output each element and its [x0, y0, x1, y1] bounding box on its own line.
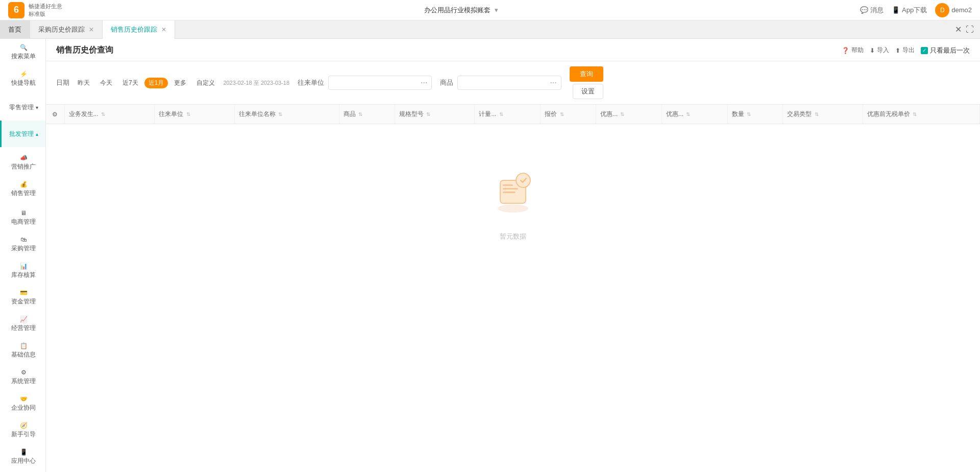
- col-discount2[interactable]: 优惠... ⇅: [662, 105, 727, 124]
- tab-sales[interactable]: 销售历史价跟踪 ✕: [103, 20, 175, 39]
- date-btn-yesterday[interactable]: 昨天: [74, 78, 94, 88]
- help-icon: ❓: [842, 47, 849, 54]
- finance-icon: 💳: [20, 289, 28, 296]
- col-partner-name[interactable]: 往来单位名称 ⇅: [235, 105, 339, 124]
- filter-bar: 日期 昨天 今天 近7天 近1月 更多 自定义 2023-02-18 至 202…: [46, 61, 980, 105]
- tab-purchase[interactable]: 采购历史价跟踪 ✕: [30, 20, 103, 39]
- tab-maximize-btn[interactable]: ⛶: [966, 25, 974, 34]
- only-last-checkbox[interactable]: ✓: [921, 47, 928, 54]
- sort-icon-discount2: ⇅: [686, 111, 690, 117]
- col-biz-date[interactable]: 业务发生... ⇅: [64, 105, 155, 124]
- date-range-text: 2023-02-18 至 2023-03-18: [223, 79, 289, 87]
- sidebar-item-sales-mgmt[interactable]: 💰 销售管理: [0, 176, 45, 202]
- query-button[interactable]: 查询: [570, 66, 603, 82]
- partner-input-wrap: ···: [328, 76, 432, 90]
- svg-point-0: [498, 204, 528, 213]
- tab-close-all-btn[interactable]: ✕: [955, 25, 962, 34]
- product-input[interactable]: [462, 79, 548, 87]
- import-btn[interactable]: ⬇ 导入: [870, 46, 889, 55]
- col-discount1[interactable]: 优惠... ⇅: [596, 105, 662, 124]
- sidebar-item-enterprise[interactable]: 🤝 企业协同: [0, 390, 45, 417]
- settings-button[interactable]: 设置: [573, 84, 603, 99]
- sidebar-item-ecommerce[interactable]: 🖥 电商管理: [0, 204, 45, 231]
- guide-icon: 🧭: [20, 422, 28, 429]
- empty-svg: [487, 165, 538, 216]
- page-header: 销售历史价查询 ❓ 帮助 ⬇ 导入 ⬆ 导出 ✓: [46, 39, 980, 61]
- sidebar: 🔍 搜索菜单 ⚡ 快捷导航 零售管理 ▾ 批发管理 ▴ 📣 营销推广 💰 销售管…: [0, 39, 46, 472]
- data-table: ⚙ 业务发生... ⇅ 往来单位 ⇅ 往来单位名称 ⇅: [46, 105, 980, 124]
- export-btn[interactable]: ⬆ 导出: [895, 46, 915, 55]
- date-btn-7days[interactable]: 近7天: [118, 78, 142, 88]
- sidebar-item-guide[interactable]: 🧭 新手引导: [0, 417, 45, 443]
- date-btn-1month[interactable]: 近1月: [144, 78, 168, 88]
- table-area: ⚙ 业务发生... ⇅ 往来单位 ⇅ 往来单位名称 ⇅: [46, 105, 980, 472]
- help-btn[interactable]: ❓ 帮助: [842, 46, 864, 55]
- col-quantity[interactable]: 数量 ⇅: [727, 105, 783, 124]
- basic-icon: 📋: [20, 342, 28, 349]
- page-actions: ❓ 帮助 ⬇ 导入 ⬆ 导出 ✓ 只看最后一次: [842, 46, 970, 55]
- col-unit[interactable]: 计量... ⇅: [475, 105, 541, 124]
- date-buttons: 昨天 今天 近7天 近1月 更多 自定义: [74, 78, 219, 88]
- main-layout: 🔍 搜索菜单 ⚡ 快捷导航 零售管理 ▾ 批发管理 ▴ 📣 营销推广 💰 销售管…: [0, 39, 980, 472]
- wholesale-arrow-icon: ▴: [36, 131, 38, 137]
- col-spec[interactable]: 规格型号 ⇅: [395, 105, 475, 124]
- svg-rect-2: [503, 184, 513, 186]
- partner-filter-label: 往来单位: [298, 78, 324, 87]
- sidebar-item-inventory[interactable]: 📊 库存核算: [0, 257, 45, 284]
- sidebar-item-quick-nav[interactable]: ⚡ 快捷导航: [0, 65, 45, 92]
- top-bar: 6 畅捷通好生意 标准版 办公用品行业模拟账套 ▾ 💬 消息 📱 App下载 D…: [0, 0, 980, 20]
- col-quote[interactable]: 报价 ⇅: [541, 105, 596, 124]
- col-trade-type[interactable]: 交易类型 ⇅: [783, 105, 863, 124]
- date-btn-custom[interactable]: 自定义: [192, 78, 219, 88]
- col-pretax[interactable]: 优惠前无税单价 ⇅: [863, 105, 980, 124]
- message-btn[interactable]: 💬 消息: [860, 6, 884, 15]
- app-icon: 📱: [892, 6, 900, 14]
- tab-purchase-close[interactable]: ✕: [89, 26, 94, 33]
- sort-icon-pretax: ⇅: [913, 111, 917, 117]
- quick-nav-icon: ⚡: [20, 70, 28, 78]
- tab-sales-close[interactable]: ✕: [161, 26, 166, 33]
- import-icon: ⬇: [870, 47, 875, 54]
- sidebar-item-purchase-mgmt[interactable]: 🛍 采购管理: [0, 231, 45, 257]
- page-title: 销售历史价查询: [56, 45, 113, 56]
- user-avatar-area[interactable]: D demo2: [935, 3, 972, 17]
- gear-icon: ⚙: [52, 111, 58, 118]
- product-input-wrap: ···: [457, 76, 561, 90]
- date-btn-today[interactable]: 今天: [96, 78, 116, 88]
- search-icon: 🔍: [20, 44, 28, 51]
- sidebar-item-basic[interactable]: 📋 基础信息: [0, 337, 45, 364]
- sort-icon-partner-code: ⇅: [186, 111, 190, 117]
- date-filter-group: 日期 昨天 今天 近7天 近1月 更多 自定义 2023-02-18 至 202…: [56, 78, 289, 88]
- purchase-mgmt-icon: 🛍: [20, 236, 27, 243]
- sidebar-item-system[interactable]: ⚙ 系统管理: [0, 364, 45, 390]
- sidebar-item-wholesale[interactable]: 批发管理 ▴: [0, 121, 45, 147]
- product-filter-label: 商品: [440, 78, 453, 87]
- sort-icon-quote: ⇅: [560, 111, 564, 117]
- partner-dots[interactable]: ···: [421, 78, 427, 87]
- top-bar-right: 💬 消息 📱 App下载 D demo2: [860, 3, 972, 17]
- app-download-btn[interactable]: 📱 App下载: [892, 6, 927, 15]
- date-btn-more[interactable]: 更多: [170, 78, 190, 88]
- sort-icon-biz-date: ⇅: [101, 111, 105, 117]
- col-partner-code[interactable]: 往来单位 ⇅: [155, 105, 235, 124]
- product-dots[interactable]: ···: [550, 78, 556, 87]
- sidebar-item-app-center[interactable]: 📱 应用中心: [0, 443, 45, 470]
- sort-icon-product: ⇅: [358, 111, 362, 117]
- col-product[interactable]: 商品 ⇅: [339, 105, 395, 124]
- svg-rect-3: [503, 188, 518, 190]
- tab-home[interactable]: 首页: [0, 20, 30, 39]
- sidebar-item-finance[interactable]: 💳 资金管理: [0, 284, 45, 311]
- dropdown-icon[interactable]: ▾: [495, 6, 498, 14]
- system-icon: ⚙: [21, 369, 27, 376]
- col-gear[interactable]: ⚙: [46, 105, 64, 124]
- sidebar-item-retail[interactable]: 零售管理 ▾: [0, 94, 45, 121]
- sidebar-item-wechat[interactable]: 💬 企业微信: [0, 470, 45, 472]
- sidebar-item-business[interactable]: 📈 经营管理: [0, 311, 45, 337]
- only-last-wrap[interactable]: ✓ 只看最后一次: [921, 46, 970, 55]
- sidebar-item-marketing[interactable]: 📣 营销推广: [0, 149, 45, 176]
- tab-bar: 首页 采购历史价跟踪 ✕ 销售历史价跟踪 ✕ ✕ ⛶: [0, 20, 980, 39]
- partner-input[interactable]: [333, 79, 419, 87]
- sidebar-item-search[interactable]: 🔍 搜索菜单: [0, 39, 45, 65]
- industry-label: 办公用品行业模拟账套: [424, 6, 491, 15]
- ecommerce-icon: 🖥: [20, 209, 27, 217]
